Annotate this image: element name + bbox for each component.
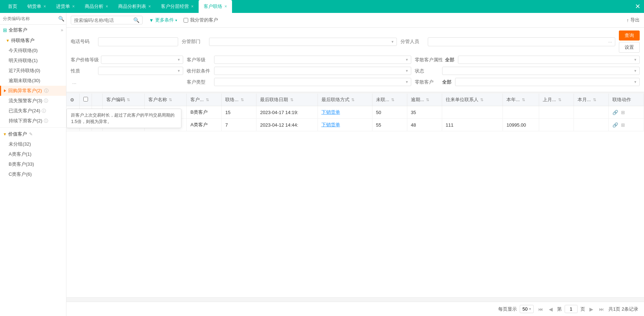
sidebar-item-overdue[interactable]: 逾期未联络(30) [0, 76, 66, 86]
horizontal-scrollbar[interactable] [66, 297, 644, 302]
col-index [92, 94, 102, 106]
nav-customer-contact[interactable]: 客户联络 × [199, 0, 232, 13]
payment-terms-select[interactable]: ▾ [214, 67, 412, 75]
action-buttons: 查询 设置 [619, 30, 640, 53]
phone-input[interactable] [98, 37, 178, 46]
current-page-input[interactable] [565, 305, 578, 313]
filter-gender: 性质 ▾ [71, 67, 183, 75]
dept-select[interactable]: ▾ [209, 38, 397, 46]
export-button[interactable]: ↑ 导出 [627, 17, 640, 23]
filter-phone: 电话号码 [71, 37, 178, 46]
last-page-button[interactable]: ⏭ [598, 306, 606, 312]
filter-icon: ▼ [149, 18, 154, 23]
nav-home[interactable]: 首页 [3, 0, 22, 13]
sidebar-search-icon[interactable]: 🔍 [58, 16, 64, 22]
last-contact-way-link-1[interactable]: 下销货单 [321, 122, 340, 127]
sort-year-icon: ⇅ [522, 98, 525, 102]
sidebar-all-customers[interactable]: ⊞ 全部客户 » [0, 25, 66, 36]
main-search-input[interactable] [74, 18, 133, 23]
sort-date-icon: ⇅ [290, 98, 293, 102]
col-last-date[interactable]: 最后联络日期 ⇅ [256, 94, 318, 106]
sidebar-group-value[interactable]: ▼ 价值客户 ✎ [0, 129, 66, 139]
nav-sales[interactable]: 销货单 × [22, 0, 51, 13]
col-code[interactable]: 客户编码 ⇅ [102, 94, 144, 106]
close-product-list-icon[interactable]: × [148, 4, 151, 9]
dots-icon[interactable]: ··· [608, 39, 612, 44]
row-type-0: B类客户 [187, 106, 222, 119]
next-page-button[interactable]: ▶ [588, 306, 595, 312]
sidebar-item-declining[interactable]: 持续下滑客户(2) ⓘ [0, 116, 66, 126]
filter-row-3: 性质 ▾ 收付款条件 ▾ 状态 [71, 67, 640, 75]
col-pending[interactable]: 未联... ⇅ [372, 94, 407, 106]
close-customer-contact-icon[interactable]: × [224, 4, 227, 9]
customer-type-arrow-icon: ▾ [406, 80, 408, 84]
row-pending-0: 50 [372, 106, 407, 119]
more-dots-button[interactable]: ... [71, 79, 78, 85]
row-overdue-0: 35 [407, 106, 442, 119]
more-filter-button[interactable]: ▼ 更多条件 ▾ [146, 16, 180, 24]
action-link-icon-0[interactable]: 🔗 [612, 110, 618, 115]
sidebar-item-churned[interactable]: 已流失客户(24) ⓘ [0, 106, 66, 116]
select-all-checkbox[interactable] [83, 97, 88, 102]
close-purchase-icon[interactable]: × [72, 4, 75, 9]
nav-product-analysis[interactable]: 商品分析 × [80, 0, 113, 13]
col-type[interactable]: 客户... ⇅ [187, 94, 222, 106]
person-select[interactable]: ··· [428, 37, 615, 46]
query-button[interactable]: 查询 [619, 30, 640, 41]
sidebar-item-class-b[interactable]: B类客户(33) [0, 159, 66, 169]
sidebar-item-7days[interactable]: 近7天待联络(0) [0, 66, 66, 76]
col-settings[interactable]: ⚙ [66, 94, 79, 106]
action-grid-icon-0[interactable]: ⊞ [621, 110, 625, 115]
action-grid-icon-1[interactable]: ⊞ [621, 122, 625, 128]
col-contacts[interactable]: 联络... ⇅ [222, 94, 256, 106]
my-customers-checkbox[interactable] [184, 18, 188, 23]
sidebar-item-today[interactable]: 今天待联络(0) [0, 46, 66, 56]
last-contact-way-link-0[interactable]: 下销货单 [321, 109, 340, 115]
sidebar-group-pending[interactable]: ▼ 待联络客户 [0, 36, 66, 46]
nav-product-list[interactable]: 商品分析列表 × [113, 0, 156, 13]
customer-type-select[interactable]: ▾ [214, 78, 412, 86]
action-link-icon-1[interactable]: 🔗 [612, 122, 618, 128]
price-grade-select[interactable]: ▾ [101, 56, 183, 64]
close-product-analysis-icon[interactable]: × [106, 4, 108, 9]
status-select[interactable]: ▾ [442, 67, 640, 75]
per-page-select[interactable]: 50 ▾ [520, 305, 533, 313]
window-close-button[interactable]: ✕ [635, 3, 640, 10]
row-thisyear-0 [503, 106, 539, 119]
sidebar-item-class-c[interactable]: C类客户(6) [0, 169, 66, 179]
gender-select[interactable]: ▾ [98, 67, 183, 75]
col-this-month[interactable]: 本月... ⇅ [574, 94, 609, 106]
col-unit-contacts[interactable]: 往来单位联系人 ⇅ [442, 94, 503, 106]
customer-grade-select[interactable]: ▾ [214, 56, 412, 64]
prev-page-button[interactable]: ◀ [547, 306, 554, 312]
toolbar: 🔍 ▼ 更多条件 ▾ 我分管的客户 ↑ 导出 [66, 13, 644, 28]
total-label: 共1页 2条记录 [608, 306, 638, 312]
col-name[interactable]: 客户名称 ⇅ [144, 94, 186, 106]
collapse-icon[interactable]: » [61, 28, 63, 33]
close-sales-icon[interactable]: × [43, 4, 46, 9]
first-page-button[interactable]: ⏮ [537, 306, 545, 312]
col-this-year[interactable]: 本年... ⇅ [503, 94, 539, 106]
sidebar-item-churn-warning[interactable]: 流失预警客户(3) ⓘ [0, 96, 66, 106]
sidebar-search-input[interactable] [3, 16, 57, 21]
retail-attr-select[interactable]: ▾ [458, 56, 640, 64]
settings-button[interactable]: 设置 [619, 42, 640, 53]
sidebar-item-abnormal-repurchase[interactable]: 回购异常客户(2) ⓘ [0, 86, 66, 96]
sidebar-item-tomorrow[interactable]: 明天待联络(1) [0, 56, 66, 66]
row-type-1: A类客户 [187, 119, 222, 131]
sort-unit-icon: ⇅ [480, 98, 483, 102]
per-page-label: 每页显示 [498, 306, 517, 312]
col-last-month[interactable]: 上月... ⇅ [539, 94, 574, 106]
sidebar-item-class-a[interactable]: A类客户(1) [0, 149, 66, 159]
price-grade-arrow-icon: ▾ [178, 57, 180, 62]
col-last-way[interactable]: 最后联络方式 ⇅ [318, 94, 372, 106]
retail-customer-select[interactable]: ▾ [455, 78, 640, 86]
sidebar-item-ungroup[interactable]: 未分组(32) [0, 139, 66, 149]
close-customer-tier-icon[interactable]: × [191, 4, 194, 9]
col-overdue[interactable]: 逾期... ⇅ [407, 94, 442, 106]
edit-icon[interactable]: ✎ [29, 132, 33, 137]
nav-customer-tier[interactable]: 客户分层经营 × [156, 0, 199, 13]
nav-purchase[interactable]: 进货单 × [51, 0, 80, 13]
main-search-icon[interactable]: 🔍 [133, 17, 139, 23]
sort-contacts-icon: ⇅ [241, 98, 244, 102]
